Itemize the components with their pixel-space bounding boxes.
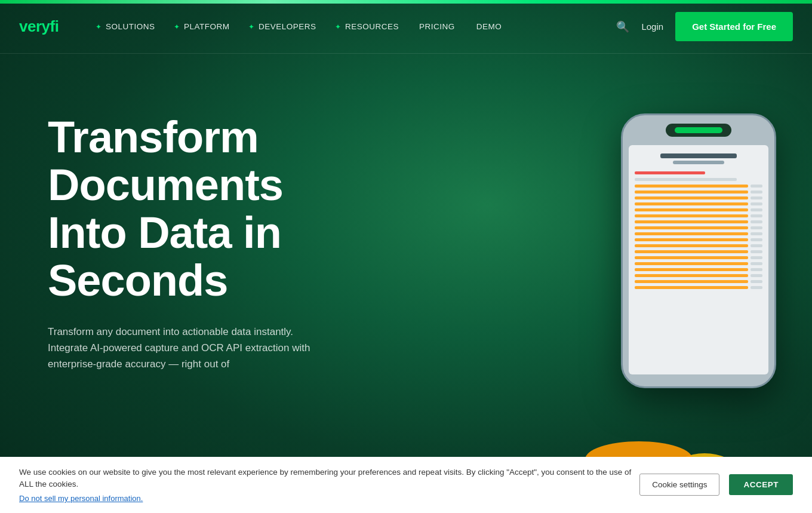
receipt-row-11 <box>635 244 762 247</box>
solutions-icon: ✦ <box>96 23 102 31</box>
cookie-settings-button[interactable]: Cookie settings <box>639 474 719 496</box>
phone-screen <box>629 145 768 374</box>
receipt-row-2 <box>635 191 762 193</box>
receipt-row-15 <box>635 268 762 271</box>
receipt-row-14 <box>635 262 762 265</box>
receipt-row-8 <box>635 226 762 229</box>
nav-item-resources[interactable]: ✦ RESOURCES <box>327 17 407 36</box>
receipt-row-4 <box>635 202 762 205</box>
phone-pill <box>675 127 722 133</box>
receipt-row-17 <box>635 280 762 283</box>
hero-text-block: Transform Documents Into Data in Seconds… <box>48 102 310 372</box>
nav-item-demo[interactable]: DEMO <box>467 17 512 36</box>
receipt-row-6 <box>635 214 762 217</box>
receipt-row-9 <box>635 232 762 235</box>
receipt-row-16 <box>635 274 762 277</box>
nav-item-developers[interactable]: ✦ DEVELOPERS <box>240 17 324 36</box>
receipt-row-7 <box>635 220 762 223</box>
cookie-accept-button[interactable]: ACCEPT <box>729 474 793 495</box>
nav-item-platform[interactable]: ✦ PLATFORM <box>165 17 238 36</box>
receipt-row-5 <box>635 208 762 211</box>
cookie-banner: We use cookies on our website to give yo… <box>0 457 812 514</box>
receipt-row-3 <box>635 196 762 199</box>
receipt-line-gray-1 <box>635 178 737 181</box>
developers-icon: ✦ <box>248 23 255 31</box>
hero-section: Transform Documents Into Data in Seconds… <box>0 54 812 477</box>
navbar: veryfi ✦ SOLUTIONS ✦ PLATFORM ✦ DEVELOPE… <box>0 0 812 54</box>
nav-links: ✦ SOLUTIONS ✦ PLATFORM ✦ DEVELOPERS ✦ RE… <box>87 17 616 36</box>
search-icon[interactable]: 🔍 <box>616 20 629 33</box>
cookie-text-block: We use cookies on our website to give yo… <box>19 466 632 504</box>
login-button[interactable]: Login <box>641 21 663 32</box>
resources-icon: ✦ <box>335 23 342 31</box>
nav-item-solutions[interactable]: ✦ SOLUTIONS <box>87 17 163 36</box>
receipt-row-10 <box>635 238 762 241</box>
get-started-button[interactable]: Get Started for Free <box>675 12 793 41</box>
receipt-line-red <box>635 171 705 174</box>
cookie-opt-out-link[interactable]: Do not sell my personal information. <box>19 494 143 503</box>
receipt-line-2 <box>673 161 724 164</box>
cookie-main-text: We use cookies on our website to give yo… <box>19 466 632 491</box>
hero-subtitle: Transform any document into actionable d… <box>48 324 310 373</box>
phone-device <box>621 113 776 388</box>
hero-title: Transform Documents Into Data in Seconds <box>48 113 310 305</box>
receipt-row-13 <box>635 256 762 259</box>
receipt-row-18 <box>635 286 762 289</box>
platform-icon: ✦ <box>174 23 180 31</box>
receipt-row-1 <box>635 185 762 188</box>
brand-logo[interactable]: veryfi <box>19 17 59 36</box>
nav-right: 🔍 Login Get Started for Free <box>616 12 793 41</box>
nav-item-pricing[interactable]: PRICING <box>410 17 465 36</box>
receipt-line-1 <box>660 153 737 158</box>
receipt-row-12 <box>635 250 762 253</box>
cookie-actions: Cookie settings ACCEPT <box>639 474 793 496</box>
phone-illustration <box>621 113 776 388</box>
